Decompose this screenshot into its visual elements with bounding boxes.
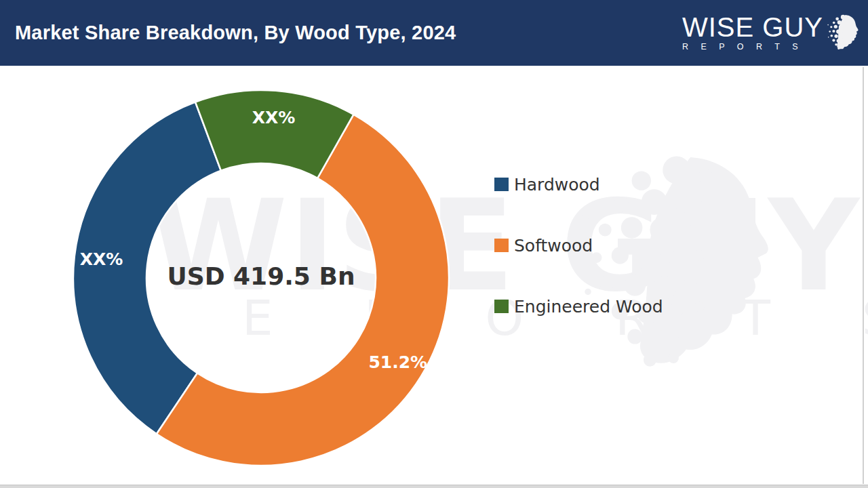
legend-item-hardwood: Hardwood: [494, 174, 663, 195]
right-edge-divider: [863, 67, 864, 484]
legend-label: Softwood: [514, 236, 593, 256]
logo-wordmark: WISE GUY: [682, 14, 823, 41]
page-title: Market Share Breakdown, By Wood Type, 20…: [15, 0, 456, 66]
chart-legend: HardwoodSoftwoodEngineered Wood: [494, 174, 663, 357]
logo-subtitle: R E P O R T S: [682, 42, 823, 52]
legend-label: Engineered Wood: [514, 297, 663, 317]
legend-label: Hardwood: [514, 175, 600, 195]
legend-swatch-icon: [494, 178, 509, 191]
slice-percent-label-engineered-wood: XX%: [252, 108, 296, 127]
slice-percent-label-hardwood: XX%: [80, 249, 123, 269]
wise-guy-reports-logo: WISE GUY R E P O R T S: [682, 0, 861, 66]
chart-area: WISE GUY R E P O R T S XX%51.2%XX% USD 4…: [0, 66, 868, 488]
header-bar: Market Share Breakdown, By Wood Type, 20…: [0, 0, 868, 66]
slice-percent-label-softwood: 51.2%: [368, 352, 427, 372]
donut-center-value: USD 419.5 Bn: [125, 262, 397, 290]
legend-item-engineered-wood: Engineered Wood: [494, 296, 663, 317]
logo-text: WISE GUY R E P O R T S: [682, 14, 823, 52]
legend-swatch-icon: [494, 300, 509, 313]
legend-swatch-icon: [494, 239, 509, 252]
head-profile-dots-icon: [826, 7, 861, 59]
legend-item-softwood: Softwood: [494, 235, 663, 256]
bottom-gray-bar: [0, 485, 868, 488]
